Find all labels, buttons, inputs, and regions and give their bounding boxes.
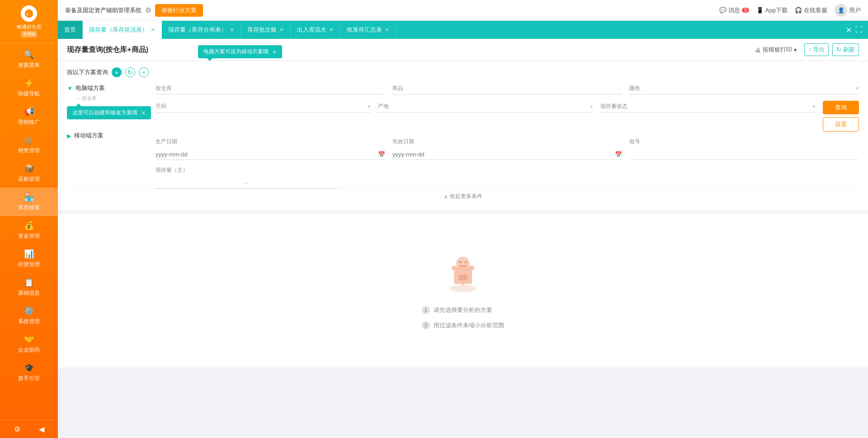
origin-dropdown-icon[interactable]: ▾ — [590, 103, 593, 110]
origin-input-row: 产地 ▾ — [378, 101, 593, 113]
username-label: 用户 — [849, 6, 861, 14]
tab-close-icon[interactable]: ✕ — [151, 27, 155, 33]
sidebar-bottom: ⚙ ◀ — [0, 420, 58, 438]
fullscreen-icon[interactable]: ⛶ — [855, 26, 863, 34]
filter-back-button[interactable]: « — [139, 67, 149, 77]
stock-main-input-row: — — [156, 178, 336, 188]
sidebar-item-label: 库存核算 — [18, 204, 40, 212]
goods-dots: ··· — [614, 85, 622, 92]
sidebar-item-purchase[interactable]: 📦 采购管理 — [0, 159, 58, 188]
settings-gear-icon[interactable]: ⚙ — [145, 6, 151, 14]
app-download-label: App下载 — [765, 6, 788, 14]
tooltip-close-icon[interactable]: ✕ — [272, 49, 277, 55]
page-header: 现存量查询(按仓库+商品) 🖨 按模板打印 ▾ ↑ 导出 ↻ 刷新 — [58, 39, 868, 61]
tooltip2-close-icon[interactable]: ✕ — [141, 110, 146, 116]
sidebar-item-inventory[interactable]: 🏪 库存核算 — [0, 188, 58, 216]
app-download-button[interactable]: 📱 App下载 — [756, 6, 788, 14]
pc-scheme-label: 电脑端方案 — [75, 84, 105, 92]
expiry-date-input[interactable] — [392, 151, 615, 158]
filter-add-button[interactable]: + — [112, 67, 122, 77]
main-area: 装备及固定资产辅助管理系统 ⚙ 体验行业方案 💬 消息 9 📱 App下载 🎧 … — [58, 0, 868, 438]
svg-point-6 — [459, 261, 461, 263]
search-button[interactable]: 查询 — [823, 101, 859, 114]
sidebar-item-nav[interactable]: ⚡ 快捷导航 — [0, 74, 58, 102]
sidebar-item-finance[interactable]: 💰 资金管理 — [0, 216, 58, 245]
sidebar-item-sales[interactable]: 🛒 销售管理 — [0, 131, 58, 159]
sidebar-item-label: 新手引导 — [18, 375, 40, 382]
tab-inventory-status[interactable]: 现存量（库存状况表） ✕ — [83, 21, 162, 39]
batch-input[interactable] — [629, 151, 859, 158]
guide-icon: 🎓 — [24, 363, 34, 373]
empty-illustration — [440, 250, 486, 295]
sidebar-item-label: 基础信息 — [18, 289, 40, 297]
size-dropdown-icon[interactable]: ▾ — [368, 103, 371, 110]
warehouse-input-row: 按仓库 ··· — [156, 83, 385, 94]
mobile-scheme-item[interactable]: ┌ 按仓库 — [67, 94, 148, 103]
svg-point-5 — [456, 257, 470, 270]
sidebar-item-operations[interactable]: 📊 经营管理 — [0, 245, 58, 273]
sidebar-item-system[interactable]: ⚙️ 系统管理 — [0, 301, 58, 330]
expiry-date-label: 失效日期 — [392, 138, 622, 146]
tab-close-icon[interactable]: ✕ — [329, 27, 334, 33]
batch-field: 批号 — [629, 138, 859, 160]
stock-main-to-input[interactable] — [255, 179, 336, 186]
warehouse-dots: ··· — [377, 85, 385, 92]
reset-button[interactable]: 设置 — [823, 117, 859, 132]
phone-icon: 📱 — [756, 7, 764, 14]
settings-icon[interactable]: ⚙ — [14, 425, 20, 433]
export-label: 导出 — [813, 46, 825, 53]
sidebar-item-label: 系统管理 — [18, 318, 40, 325]
sidebar-item-guide[interactable]: 🎓 新手引导 — [0, 358, 58, 387]
warehouse-label-small: 按仓库 — [82, 95, 97, 102]
system-title: 装备及固定资产辅助管理系统 — [65, 6, 142, 14]
tab-close-icon[interactable]: ✕ — [279, 27, 284, 33]
solution-button[interactable]: 体验行业方案 — [155, 4, 203, 17]
sidebar-item-label: 企业协同 — [18, 346, 40, 354]
mobile-scheme-group[interactable]: ▶ 移动端方案 — [67, 130, 148, 141]
stock-main-label: 现存量（主） — [156, 166, 336, 174]
production-date-input[interactable] — [156, 151, 378, 158]
empty-step-2: 2 用过滤条件来缩小分析范围 — [422, 320, 504, 331]
app-name: 畅通好生意 — [17, 24, 42, 30]
stock-main-from-input[interactable] — [156, 179, 237, 186]
empty-state: 1 请先选择要分析的方案 2 用过滤条件来缩小分析范围 — [58, 214, 868, 367]
tab-inout-flow[interactable]: 出入库流水 ✕ — [291, 21, 340, 39]
sidebar-item-search[interactable]: 🔍 搜索菜单 — [0, 45, 58, 74]
collapse-bar[interactable]: ∧ 收起更多条件 — [67, 188, 859, 204]
logo-icon: 6 — [21, 5, 37, 22]
collapse-icon[interactable]: ◀ — [39, 425, 44, 433]
message-button[interactable]: 💬 消息 9 — [719, 6, 749, 14]
pc-scheme-item[interactable]: ▼ 电脑端方案 — [67, 83, 148, 94]
filter-refresh-button[interactable]: ↻ — [125, 67, 135, 77]
tab-batch[interactable]: 库存批次账 ✕ — [241, 21, 291, 39]
enterprise-icon: 🤝 — [24, 334, 34, 344]
sidebar-item-enterprise[interactable]: 🤝 企业协同 — [0, 330, 58, 358]
filter-row-3: 生产日期 📅 失效日期 📅 — [156, 138, 859, 160]
sales-icon: 🛒 — [24, 135, 34, 145]
export-button[interactable]: ↑ 导出 — [804, 43, 829, 56]
stock-status-dropdown-icon[interactable]: ▾ — [812, 103, 816, 110]
size-field: 尺码 ▾ — [156, 101, 371, 132]
sidebar-item-basic[interactable]: 📋 基础信息 — [0, 273, 58, 301]
tab-summary[interactable]: 收发存汇总表 ✕ — [340, 21, 396, 39]
tab-home[interactable]: 首页 — [58, 21, 83, 39]
search-buttons: 查询 设置 — [823, 101, 859, 132]
color-dropdown-icon[interactable]: ▾ — [856, 85, 859, 92]
printer-icon: 🖨 — [755, 47, 761, 53]
tab-close-icon[interactable]: ✕ — [385, 27, 389, 33]
calendar-icon[interactable]: 📅 — [378, 151, 385, 158]
online-support-button[interactable]: 🎧 在线客服 — [795, 6, 827, 14]
tab-inventory-distribution[interactable]: 现存量（库存分布表） ✕ — [162, 21, 241, 39]
calendar2-icon[interactable]: 📅 — [615, 151, 622, 158]
tab-close-icon[interactable]: ✕ — [230, 27, 234, 33]
origin-field: 产地 ▾ — [378, 101, 593, 132]
close-all-tabs-icon[interactable]: ✕ — [846, 26, 852, 34]
user-area[interactable]: 👤 用户 — [835, 4, 861, 17]
marketing-icon: 📢 — [24, 107, 34, 117]
message-icon: 💬 — [719, 7, 726, 14]
stock-status-input-row: 现存量状态 ▾ — [600, 101, 816, 113]
sidebar-item-marketing[interactable]: 📢 营销推广 — [0, 102, 58, 131]
refresh-button[interactable]: ↻ 刷新 — [832, 43, 859, 56]
tooltip-text: 电脑方案可设为移动方案哦 — [203, 48, 269, 56]
print-button[interactable]: 🖨 按模板打印 ▾ — [751, 44, 801, 56]
